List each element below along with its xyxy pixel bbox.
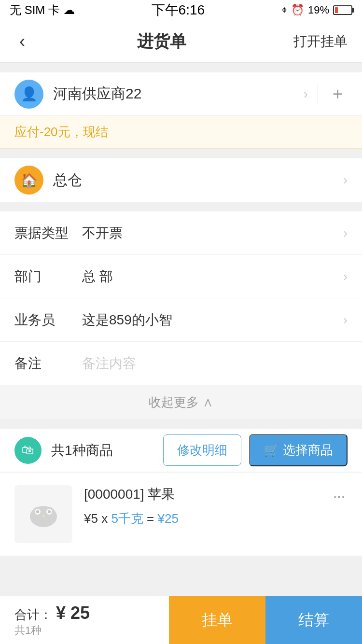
collapse-label: 收起更多 ∧ [149,394,213,411]
status-left: 无 SIM 卡 ☁ [10,2,75,18]
salesman-row[interactable]: 业务员 这是859的小智 › [0,298,362,342]
product-more-button[interactable]: ··· [331,485,348,506]
products-icon: 🛍 [14,437,42,464]
footer-total-label: 合计： [14,606,52,623]
status-bar: 无 SIM 卡 ☁ 下午6:16 ⌖ ⏰ 19% [0,0,362,20]
status-time: 下午6:16 [152,1,205,19]
dept-label: 部门 [14,267,72,286]
price-qty: 5千克 [111,511,143,526]
supplier-row[interactable]: 👤 河南供应商22 › + [0,72,362,116]
gap-3 [0,202,362,211]
product-item: [0000001] 苹果 ¥5 x 5千克 = ¥25 ··· [0,472,362,556]
remark-row[interactable]: 备注 备注内容 [0,342,362,385]
gap-4 [0,419,362,429]
notice-banner: 应付-20元，现结 [0,116,362,149]
product-thumbnail [14,485,72,543]
price-unit: ¥5 [84,511,98,526]
svg-point-5 [36,510,39,513]
warehouse-icon: 🏠 [14,166,43,195]
battery-icon [333,5,352,15]
select-product-label: 选择商品 [283,442,333,459]
gap-1 [0,63,362,72]
gap-2 [0,149,362,158]
bill-type-chevron-icon: › [343,225,348,241]
page-title: 进货单 [137,30,186,53]
add-supplier-button[interactable]: + [328,82,348,107]
dept-value: 总 部 [72,267,343,286]
bill-type-label: 票据类型 [14,224,72,242]
footer: 合计： ¥ 25 共1种 挂单 结算 [0,596,362,644]
footer-total-row: 合计： ¥ 25 [14,603,154,623]
warehouse-name: 总仓 [53,170,343,190]
product-price: ¥5 x 5千克 = ¥25 [84,510,331,527]
dept-chevron-icon: › [343,269,348,284]
warehouse-chevron-icon: › [343,172,348,188]
supplier-avatar: 👤 [14,80,43,109]
battery-percent: 19% [308,4,329,16]
salesman-label: 业务员 [14,311,72,329]
warehouse-row[interactable]: 🏠 总仓 › [0,158,362,202]
supplier-chevron-icon: › [304,86,308,102]
hang-button[interactable]: 挂单 [169,596,265,644]
salesman-value: 这是859的小智 [72,311,343,329]
remark-label: 备注 [14,354,72,373]
bill-type-value: 不开票 [72,224,343,242]
product-name: [0000001] 苹果 [84,485,331,504]
form-section: 票据类型 不开票 › 部门 总 部 › 业务员 这是859的小智 › 备注 备注… [0,211,362,385]
select-product-button[interactable]: 🛒 选择商品 [249,434,348,466]
collapse-row[interactable]: 收起更多 ∧ [0,385,362,419]
products-count: 共1种商品 [51,441,163,460]
edit-detail-button[interactable]: 修改明细 [163,434,241,466]
settle-button[interactable]: 结算 [265,596,362,644]
dept-row[interactable]: 部门 总 部 › [0,255,362,298]
footer-total-sub: 共1种 [14,623,154,638]
cart-icon: 🛍 [22,443,34,458]
footer-total-amount: ¥ 25 [56,603,90,623]
supplier-name: 河南供应商22 [53,84,304,104]
product-id: [0000001] [84,487,144,502]
price-eq: = [147,511,157,526]
status-right: ⌖ ⏰ 19% [281,4,352,16]
home-icon: 🏠 [21,172,38,188]
product-info: [0000001] 苹果 ¥5 x 5千克 = ¥25 [84,485,331,527]
sim-status: 无 SIM 卡 ☁ [10,2,75,18]
open-pending-button[interactable]: 打开挂单 [293,32,348,51]
price-x: x [101,511,111,526]
settle-label: 结算 [298,610,329,631]
vertical-divider [318,84,318,104]
footer-total: 合计： ¥ 25 共1种 [0,596,169,644]
product-thumb-owl-icon [24,495,63,533]
remark-input[interactable]: 备注内容 [72,354,348,373]
nav-bar: ‹ 进货单 打开挂单 [0,20,362,63]
products-header: 🛍 共1种商品 修改明细 🛒 选择商品 [0,429,362,472]
bill-type-row[interactable]: 票据类型 不开票 › [0,211,362,255]
svg-point-6 [48,510,51,513]
alarm-icon: ⏰ [291,4,304,16]
salesman-chevron-icon: › [343,312,348,328]
supplier-section: 👤 河南供应商22 › + 应付-20元，现结 [0,72,362,149]
product-title: 苹果 [148,487,175,502]
select-product-icon: 🛒 [264,443,279,458]
person-icon: 👤 [21,86,38,102]
back-button[interactable]: ‹ [14,27,30,56]
location-icon: ⌖ [281,4,287,16]
price-total: ¥25 [158,511,179,526]
warehouse-section: 🏠 总仓 › [0,158,362,202]
hang-label: 挂单 [202,610,233,631]
